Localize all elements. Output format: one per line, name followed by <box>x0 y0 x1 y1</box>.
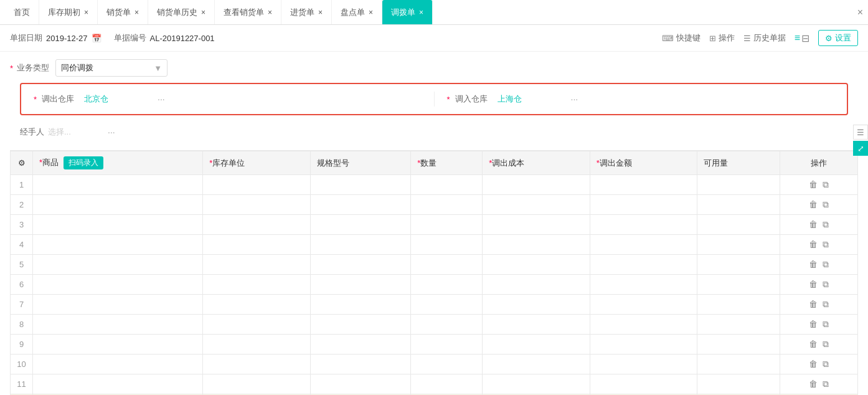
cell-unit-4[interactable] <box>203 235 311 255</box>
cell-qty-11[interactable] <box>411 374 483 394</box>
out-warehouse-more[interactable]: ··· <box>158 94 165 104</box>
delete-icon-2[interactable]: 🗑 <box>809 199 818 209</box>
copy-icon-8[interactable]: ⧉ <box>823 319 829 329</box>
tab-transfer[interactable]: 调拨单 × <box>382 0 433 24</box>
cell-product-3[interactable] <box>33 215 203 235</box>
delete-icon-9[interactable]: 🗑 <box>809 339 818 349</box>
delete-icon-10[interactable]: 🗑 <box>809 359 818 369</box>
cell-available-11[interactable] <box>697 374 780 394</box>
side-expand-icon[interactable]: ⤢ <box>853 141 868 156</box>
cell-amount-2[interactable] <box>590 195 697 215</box>
scan-entry-btn[interactable]: 扫码录入 <box>64 156 103 169</box>
cell-cost-4[interactable] <box>483 235 590 255</box>
cell-spec-9[interactable] <box>310 335 410 355</box>
cell-qty-5[interactable] <box>411 255 483 275</box>
cell-amount-3[interactable] <box>590 215 697 235</box>
cell-amount-7[interactable] <box>590 295 697 315</box>
cell-spec-11[interactable] <box>310 374 410 394</box>
tab-purchase[interactable]: 进货单 × <box>281 0 332 24</box>
delete-icon-7[interactable]: 🗑 <box>809 299 818 309</box>
cell-unit-2[interactable] <box>203 195 311 215</box>
cell-unit-7[interactable] <box>203 295 311 315</box>
cell-qty-8[interactable] <box>411 315 483 335</box>
cell-unit-10[interactable] <box>203 355 311 374</box>
copy-icon-1[interactable]: ⧉ <box>823 179 829 189</box>
cell-qty-7[interactable] <box>411 295 483 315</box>
cell-unit-1[interactable] <box>203 175 311 195</box>
tab-sales-order[interactable]: 销货单 × <box>98 0 148 24</box>
copy-icon-11[interactable]: ⧉ <box>823 379 829 389</box>
cell-product-9[interactable] <box>33 335 203 355</box>
delete-icon-8[interactable]: 🗑 <box>809 319 818 329</box>
cell-spec-1[interactable] <box>310 175 410 195</box>
setting-button[interactable]: ⚙ 设置 <box>818 30 858 46</box>
cell-cost-2[interactable] <box>483 195 590 215</box>
copy-icon-2[interactable]: ⧉ <box>823 199 829 209</box>
cell-unit-8[interactable] <box>203 315 311 335</box>
cell-available-7[interactable] <box>697 295 780 315</box>
operate-btn[interactable]: ⊞ 操作 <box>709 32 735 44</box>
cell-amount-8[interactable] <box>590 315 697 335</box>
tab-view-sales[interactable]: 查看销货单 × <box>215 0 281 24</box>
cell-amount-1[interactable] <box>590 175 697 195</box>
cell-product-2[interactable] <box>33 195 203 215</box>
cell-cost-1[interactable] <box>483 175 590 195</box>
cell-spec-10[interactable] <box>310 355 410 374</box>
close-tab-stocktake[interactable]: × <box>369 8 373 17</box>
cell-amount-11[interactable] <box>590 374 697 394</box>
cell-spec-7[interactable] <box>310 295 410 315</box>
cell-unit-3[interactable] <box>203 215 311 235</box>
cell-product-1[interactable] <box>33 175 203 195</box>
copy-icon-3[interactable]: ⧉ <box>823 219 829 229</box>
copy-icon-6[interactable]: ⧉ <box>823 279 829 289</box>
delete-icon-3[interactable]: 🗑 <box>809 219 818 229</box>
cell-available-5[interactable] <box>697 255 780 275</box>
cell-product-5[interactable] <box>33 255 203 275</box>
copy-icon-7[interactable]: ⧉ <box>823 299 829 309</box>
cell-product-8[interactable] <box>33 315 203 335</box>
copy-icon-10[interactable]: ⧉ <box>823 359 829 369</box>
close-all-tabs[interactable]: × <box>857 7 863 18</box>
calendar-icon[interactable]: 📅 <box>92 34 101 43</box>
cell-spec-8[interactable] <box>310 315 410 335</box>
tab-sales-history[interactable]: 销货单历史 × <box>148 0 215 24</box>
cell-available-3[interactable] <box>697 215 780 235</box>
handler-more[interactable]: ··· <box>108 127 115 137</box>
cell-qty-3[interactable] <box>411 215 483 235</box>
cell-qty-2[interactable] <box>411 195 483 215</box>
cell-cost-11[interactable] <box>483 374 590 394</box>
cell-amount-6[interactable] <box>590 275 697 295</box>
delete-icon-1[interactable]: 🗑 <box>809 179 818 189</box>
copy-icon-5[interactable]: ⧉ <box>823 259 829 269</box>
cell-qty-6[interactable] <box>411 275 483 295</box>
cell-available-4[interactable] <box>697 235 780 255</box>
cell-cost-6[interactable] <box>483 275 590 295</box>
copy-icon-4[interactable]: ⧉ <box>823 239 829 249</box>
cell-unit-5[interactable] <box>203 255 311 275</box>
cell-amount-10[interactable] <box>590 355 697 374</box>
tab-inventory-init[interactable]: 库存期初 × <box>39 0 98 24</box>
cell-product-6[interactable] <box>33 275 203 295</box>
close-tab-view-sales[interactable]: × <box>268 8 272 17</box>
cell-available-2[interactable] <box>697 195 780 215</box>
cell-cost-3[interactable] <box>483 215 590 235</box>
in-warehouse-more[interactable]: ··· <box>571 94 578 104</box>
cell-available-8[interactable] <box>697 315 780 335</box>
cell-qty-1[interactable] <box>411 175 483 195</box>
cell-unit-6[interactable] <box>203 275 311 295</box>
tab-stocktake[interactable]: 盘点单 × <box>332 0 382 24</box>
cell-product-7[interactable] <box>33 295 203 315</box>
cell-product-4[interactable] <box>33 235 203 255</box>
cell-spec-6[interactable] <box>310 275 410 295</box>
cell-cost-7[interactable] <box>483 295 590 315</box>
tab-home[interactable]: 首页 <box>5 0 39 24</box>
biz-type-select[interactable]: 同价调拨 ▼ <box>55 59 167 77</box>
cell-cost-10[interactable] <box>483 355 590 374</box>
cell-qty-9[interactable] <box>411 335 483 355</box>
cell-spec-3[interactable] <box>310 215 410 235</box>
close-tab-inventory-init[interactable]: × <box>84 8 88 17</box>
cell-product-11[interactable] <box>33 374 203 394</box>
cell-amount-9[interactable] <box>590 335 697 355</box>
cell-available-6[interactable] <box>697 275 780 295</box>
cell-product-10[interactable] <box>33 355 203 374</box>
